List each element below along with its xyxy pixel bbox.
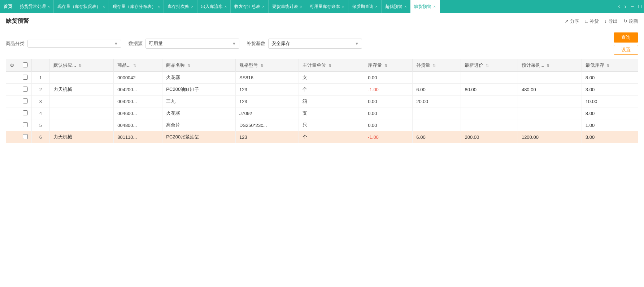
tab-bar: 首页 拣货异常处理 × 现存量（库存状况表） × 现存量（库存分布表） × 库存… <box>0 0 644 13</box>
tab-home-label: 首页 <box>4 4 12 10</box>
row-min-stock: 8.00 <box>582 72 638 84</box>
close-icon[interactable]: × <box>103 4 105 9</box>
row-replenish-qty <box>413 72 461 84</box>
select-all-checkbox[interactable] <box>23 62 28 67</box>
row-checkbox[interactable] <box>23 110 28 115</box>
category-label: 商品分类 <box>6 40 25 47</box>
row-checkbox[interactable] <box>23 98 28 103</box>
row-product-code: 004200... <box>114 96 162 107</box>
tab-batch-account[interactable]: 库存批次账 × <box>164 0 197 13</box>
close-icon[interactable]: × <box>48 4 50 9</box>
col-replenish-qty: 补货量 ⇅ <box>413 59 461 72</box>
close-icon[interactable]: × <box>342 4 344 9</box>
replenish-button[interactable]: □ 补货 <box>585 18 599 25</box>
tab-available-book[interactable]: 可用量库存账本 × <box>306 0 348 13</box>
share-button[interactable]: ↗ 分享 <box>565 18 579 25</box>
share-label: 分享 <box>570 18 579 25</box>
table-header-row: ⚙ 默认供应... ⇅ 商品... ⇅ 商品名称 <box>6 59 638 72</box>
row-checkbox[interactable] <box>23 122 28 127</box>
row-settings-cell <box>6 72 19 84</box>
page-title: 缺货预警 <box>6 17 29 25</box>
row-est-purchase <box>518 72 582 84</box>
tab-maximize-button[interactable]: □ <box>636 0 644 13</box>
tab-shortage[interactable]: 缺货预警 × <box>410 0 439 13</box>
gear-icon[interactable]: ⚙ <box>10 62 14 68</box>
main-content: 缺货预警 ↗ 分享 □ 补货 ↓ 导出 ↻ 刷新 商品分类 <box>0 13 644 287</box>
row-stock: -1.00 <box>364 84 413 96</box>
tab-label: 库存批次账 <box>167 4 189 10</box>
col-header-label: 预计采购... <box>522 62 544 68</box>
export-label: 导出 <box>608 18 618 25</box>
close-icon[interactable]: × <box>262 4 264 9</box>
refresh-button[interactable]: ↻ 刷新 <box>623 18 638 25</box>
tab-minimize-button[interactable]: − <box>628 0 636 13</box>
tab-expiry[interactable]: 保质期查询 × <box>348 0 382 13</box>
row-product-code: 004800... <box>114 119 162 131</box>
tab-label: 缺货预警 <box>414 4 431 10</box>
tab-inventory-status[interactable]: 现存量（库存状况表） × <box>54 0 109 13</box>
tab-next-button[interactable]: › <box>622 0 628 13</box>
replenish-base-select-value: 安全库存 <box>271 40 290 47</box>
col-header-label: 补货量 <box>416 62 430 68</box>
row-checkbox-cell <box>19 72 31 84</box>
datasource-select-value: 可用量 <box>149 40 163 47</box>
tab-flow[interactable]: 出入库流水 × <box>197 0 231 13</box>
row-checkbox-cell <box>19 96 31 107</box>
row-est-purchase: 1200.00 <box>518 131 582 143</box>
tab-inventory-dist[interactable]: 现存量（库存分布表） × <box>109 0 164 13</box>
col-latest-price: 最新进价 ⇅ <box>461 59 518 72</box>
row-settings-cell <box>6 107 19 119</box>
col-min-stock: 最低库存 ⇅ <box>582 59 638 72</box>
row-spec: 123 <box>235 96 299 107</box>
tab-label: 收发存汇总表 <box>234 4 260 10</box>
row-index: 3 <box>31 96 50 107</box>
tab-prev-button[interactable]: ‹ <box>616 0 622 13</box>
tab-requisition[interactable]: 要货单统计表 × <box>269 0 306 13</box>
chevron-down-icon: ▼ <box>232 41 236 46</box>
replenish-base-select[interactable]: 安全库存 ▼ <box>268 39 362 49</box>
row-checkbox-cell <box>19 107 31 119</box>
tab-home[interactable]: 首页 <box>0 0 16 13</box>
close-icon[interactable]: × <box>300 4 302 9</box>
table-body: 1 0000042 火花塞 SS816 支 0.00 8.00 2 力天机械 0… <box>6 72 638 143</box>
row-index: 5 <box>31 119 50 131</box>
row-est-purchase <box>518 96 582 107</box>
close-icon[interactable]: × <box>433 4 435 9</box>
row-checkbox[interactable] <box>23 134 28 139</box>
row-default-supplier: 力天机械 <box>50 131 114 143</box>
row-stock: 0.00 <box>364 119 413 131</box>
category-select[interactable]: ▼ <box>27 40 121 48</box>
export-button[interactable]: ↓ 导出 <box>605 18 618 25</box>
close-icon[interactable]: × <box>191 4 193 9</box>
close-icon[interactable]: × <box>225 4 227 9</box>
table-row: 2 力天机械 004200... PC200油缸缸子 123 个 -1.00 6… <box>6 84 638 96</box>
col-unit: 主计量单位 ⇅ <box>299 59 364 72</box>
close-icon[interactable]: × <box>404 4 406 9</box>
row-index: 2 <box>31 84 50 96</box>
settings-button[interactable]: 设置 <box>614 45 638 55</box>
row-unit: 只 <box>299 119 364 131</box>
row-default-supplier <box>50 96 114 107</box>
refresh-label: 刷新 <box>629 18 638 25</box>
col-header-label: 商品... <box>117 62 131 68</box>
tab-pick-exception[interactable]: 拣货异常处理 × <box>16 0 54 13</box>
close-icon[interactable]: × <box>158 4 160 9</box>
sort-icon: ⇅ <box>187 63 190 67</box>
row-replenish-qty: 6.00 <box>413 84 461 96</box>
row-product-code: 0000042 <box>114 72 162 84</box>
tab-label: 现存量（库存状况表） <box>57 4 101 10</box>
row-checkbox[interactable] <box>23 87 28 92</box>
query-button[interactable]: 查询 <box>614 32 638 43</box>
row-default-supplier <box>50 107 114 119</box>
tab-summary[interactable]: 收发存汇总表 × <box>231 0 268 13</box>
row-checkbox[interactable] <box>23 75 28 80</box>
col-stock: 库存量 ⇅ <box>364 59 413 72</box>
tab-label: 现存量（库存分布表） <box>113 4 156 10</box>
close-icon[interactable]: × <box>375 4 378 9</box>
row-replenish-qty <box>413 119 461 131</box>
datasource-select[interactable]: 可用量 ▼ <box>145 39 239 49</box>
row-default-supplier: 力天机械 <box>50 84 114 96</box>
row-spec: DS250*23c... <box>235 119 299 131</box>
col-header-label: 库存量 <box>368 62 382 68</box>
tab-overstock[interactable]: 超储预警 × <box>382 0 410 13</box>
